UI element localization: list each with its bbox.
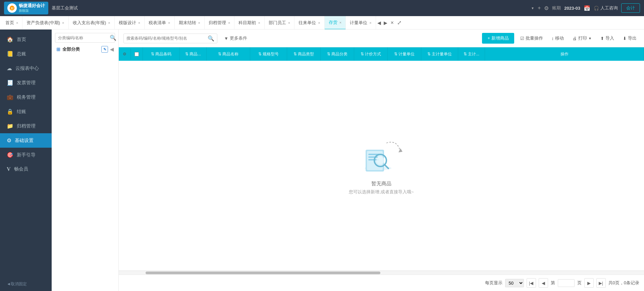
calendar-icon[interactable]: 📅 [584, 5, 590, 11]
th-type[interactable]: ⇅ 商品类型 [287, 47, 321, 61]
company-name: 基层工会测试 [52, 5, 528, 11]
sidebar-item-member[interactable]: V 畅会员 [0, 162, 52, 176]
tab-nav-prev[interactable]: ◀ [376, 20, 382, 26]
tab-label: 首页 [5, 20, 14, 26]
th-category[interactable]: ⇅ 商品分类 [321, 47, 354, 61]
select-all-checkbox[interactable] [135, 52, 139, 56]
category-search-icon[interactable]: 🔍 [110, 35, 116, 41]
tab-subject[interactable]: 科目期初 × [234, 16, 264, 30]
product-search-input[interactable] [126, 36, 208, 41]
table-checkbox-all[interactable] [131, 47, 143, 61]
table-settings-icon[interactable]: ⚙ [119, 49, 131, 59]
cancel-fixed-btn[interactable]: ◄取消固定 [0, 277, 52, 291]
sidebar-item-home[interactable]: 🏠 首页 [0, 32, 52, 47]
th-price-method[interactable]: ⇅ 计价方式 [354, 47, 388, 61]
tab-close-unit[interactable]: × [369, 21, 371, 25]
per-page-select[interactable]: 50 100 200 [505, 279, 524, 287]
archive-icon: 📁 [7, 123, 13, 129]
tab-dept[interactable]: 部门员工 × [265, 16, 294, 30]
tab-close-all[interactable]: × [389, 20, 396, 26]
sidebar-label-archive: 归档管理 [17, 123, 36, 129]
th-type-label: ⇅ 商品类型 [293, 51, 314, 57]
tab-archive[interactable]: 归档管理 × [205, 16, 234, 30]
tab-close-period-end[interactable]: × [198, 21, 200, 25]
tab-close-taxlist[interactable]: × [168, 21, 170, 25]
export-button[interactable]: ⬇ 导出 [620, 34, 639, 43]
move-button[interactable]: ↕ 移动 [549, 34, 567, 43]
th-main-unit[interactable]: ⇅ 主计量单位 [421, 47, 458, 61]
batch-label: 批量操作 [526, 35, 543, 41]
tab-contacts[interactable]: 往来单位 × [294, 16, 324, 30]
product-search-icon[interactable]: 🔍 [208, 35, 214, 42]
batch-button[interactable]: ☑ 批量操作 [518, 34, 546, 43]
sidebar-item-cloud[interactable]: ☁ 云报表中心 [0, 61, 52, 76]
th-name[interactable]: ⇅ 商品名称 [207, 47, 250, 61]
tab-close-balance[interactable]: × [62, 21, 64, 25]
sidebar-item-tax[interactable]: 💼 税务管理 [0, 90, 52, 104]
th-unit[interactable]: ⇅ 计量单位 [388, 47, 421, 61]
tab-taxlist[interactable]: 税表清单 × [145, 16, 174, 30]
sidebar-label-member: 畅会员 [14, 166, 28, 172]
tab-close-income[interactable]: × [108, 21, 110, 25]
cancel-fixed-label: ◄取消固定 [7, 281, 27, 287]
tab-expand[interactable]: ⤢ [396, 19, 403, 26]
tab-close-subject[interactable]: × [258, 21, 260, 25]
add-product-button[interactable]: + 新增商品 [482, 33, 514, 44]
page-next-btn[interactable]: ▶ [584, 278, 594, 288]
help-button[interactable]: 🎧 人工咨询 [594, 5, 618, 11]
settings-icon[interactable]: ⚙ [544, 5, 549, 11]
period-label: 账期 [552, 5, 561, 11]
print-dropdown-icon[interactable]: ▼ [588, 37, 592, 40]
tab-close-homepage[interactable]: × [16, 21, 18, 25]
grid-icon: ⊞ [56, 47, 60, 52]
account-button[interactable]: 会计 [621, 3, 640, 13]
tab-close-dept[interactable]: × [288, 21, 290, 25]
sidebar-item-guide[interactable]: 🎯 新手引导 [0, 148, 52, 162]
sidebar-item-settings[interactable]: ⚙ 基础设置 [0, 133, 52, 148]
tab-nav-next[interactable]: ▶ [382, 20, 389, 26]
tab-close-inventory[interactable]: × [339, 20, 341, 25]
page-prev-btn[interactable]: ◀ [539, 278, 548, 288]
page-last-btn[interactable]: ▶| [596, 278, 606, 288]
tab-close-archive[interactable]: × [228, 21, 230, 25]
tab-balance[interactable]: 资产负债表(中期) × [22, 16, 68, 30]
tab-template[interactable]: 模版设计 × [115, 16, 145, 30]
tab-label: 往来单位 [299, 20, 316, 26]
page-first-btn[interactable]: |◀ [527, 278, 536, 288]
sidebar-item-invoice[interactable]: 🧾 发票管理 [0, 76, 52, 90]
filter-button[interactable]: ▼ 更多条件 [221, 34, 251, 43]
th-main-count[interactable]: ⇅ 主计... [458, 47, 485, 61]
collapse-panel-icon[interactable]: ◀ [110, 47, 114, 52]
tab-close-template[interactable]: × [138, 21, 140, 25]
edit-category-icon[interactable]: ✎ [101, 46, 108, 53]
sidebar-item-ledger[interactable]: 📒 总账 [0, 47, 52, 61]
th-code[interactable]: ⇅ 商品... [180, 47, 207, 61]
invoice-icon: 🧾 [7, 80, 13, 86]
total-label: 共0页，0条记录 [608, 280, 639, 286]
sidebar-label-close: 结账 [17, 109, 26, 115]
category-search-input[interactable] [58, 36, 108, 40]
th-spec[interactable]: ⇅ 规格型号 [250, 47, 287, 61]
th-price-method-label: ⇅ 计价方式 [361, 51, 381, 57]
category-all-label[interactable]: 全部分类 [62, 46, 80, 52]
tab-unit[interactable]: 计量单位 × [346, 16, 376, 30]
th-barcode[interactable]: ⇅ 商品条码 [143, 47, 180, 61]
tab-income[interactable]: 收入支出表(年报) × [69, 16, 115, 30]
tab-inventory[interactable]: 存货 × [325, 16, 346, 30]
add-tab-btn[interactable]: + [538, 5, 541, 11]
print-button[interactable]: 🖨 打印 ▼ [570, 34, 594, 43]
tab-close-contacts[interactable]: × [318, 21, 320, 25]
tab-period-end[interactable]: 期末结转 × [175, 16, 205, 30]
scrollbar-thumb[interactable] [146, 272, 380, 274]
sidebar-label-settings: 基础设置 [15, 138, 34, 144]
filter-icon: ▼ [224, 36, 228, 41]
logo-area: 财 畅捷通好会计 旗舰版 [4, 2, 48, 14]
page-input[interactable]: 1 [558, 279, 575, 287]
company-dropdown-icon[interactable]: ▼ [531, 6, 534, 10]
sidebar-item-archive[interactable]: 📁 归档管理 [0, 119, 52, 133]
sidebar-item-close[interactable]: 🔒 结账 [0, 104, 52, 119]
empty-title: 暂无商品 [371, 181, 391, 187]
tab-homepage[interactable]: 首页 × [1, 16, 22, 30]
import-button[interactable]: ⬆ 导入 [598, 34, 617, 43]
svg-text:财: 财 [11, 7, 14, 10]
